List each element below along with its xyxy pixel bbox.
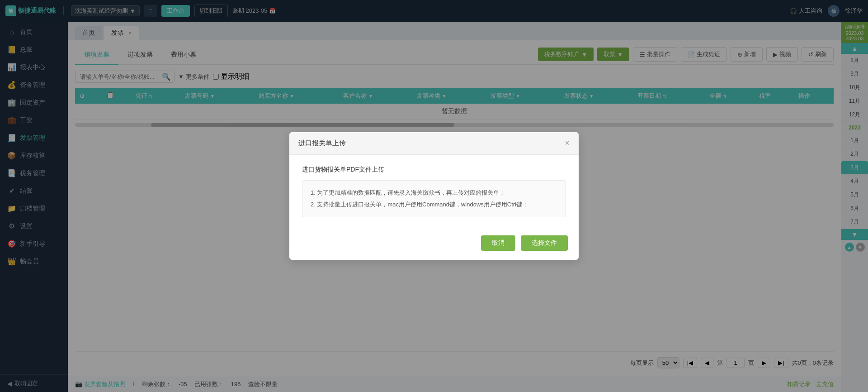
upload-modal: 进口报关单上传 × 进口货物报关单PDF文件上传 1. 为了更加精准的数据匹配，… — [289, 132, 579, 260]
modal-body: 进口货物报关单PDF文件上传 1. 为了更加精准的数据匹配，请先录入海关缴款书，… — [289, 155, 579, 228]
modal-footer: 取消 选择文件 — [289, 228, 579, 260]
modal-info-line-1: 1. 为了更加精准的数据匹配，请先录入海关缴款书，再上传对应的报关单； — [311, 187, 557, 199]
modal-title: 进口报关单上传 — [298, 139, 346, 148]
modal-cancel-btn[interactable]: 取消 — [481, 235, 515, 251]
modal-select-file-btn[interactable]: 选择文件 — [521, 235, 568, 251]
modal-info-line-2: 2. 支持批量上传进口报关单，mac用户使用Command键，windows用户… — [311, 199, 557, 210]
modal-close-btn[interactable]: × — [565, 139, 570, 148]
modal-overlay[interactable]: 进口报关单上传 × 进口货物报关单PDF文件上传 1. 为了更加精准的数据匹配，… — [0, 0, 868, 392]
modal-section-title: 进口货物报关单PDF文件上传 — [302, 166, 566, 174]
modal-header: 进口报关单上传 × — [289, 132, 579, 155]
modal-info-box: 1. 为了更加精准的数据匹配，请先录入海关缴款书，再上传对应的报关单； 2. 支… — [302, 180, 566, 217]
